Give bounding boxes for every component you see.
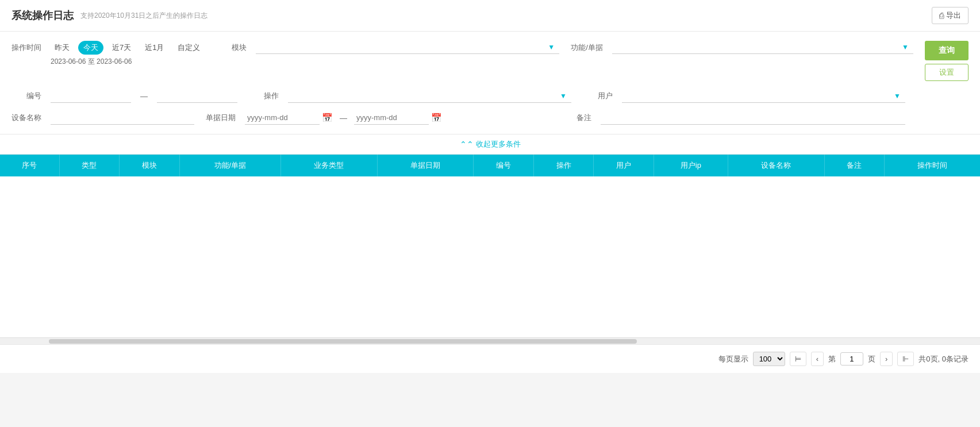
date-range: 2023-06-06 至 2023-06-06	[51, 57, 132, 66]
table-col-类型: 类型	[59, 155, 119, 176]
date-from-input[interactable]	[245, 111, 320, 125]
operation-filter: 操作 ▼	[249, 90, 571, 103]
per-page-select[interactable]: 100 50 200	[753, 352, 785, 366]
table-col-功能/单据: 功能/单据	[179, 155, 280, 176]
page-header: 系统操作日志 支持2020年10月31日之后产生的操作日志 ⎙ 导出	[0, 0, 980, 32]
action-buttons: 查询 设置	[925, 41, 969, 81]
user-dropdown-icon: ▼	[894, 92, 901, 100]
prev-page-button[interactable]: ‹	[811, 352, 824, 366]
table-col-用户: 用户	[594, 155, 654, 176]
page-title: 系统操作日志	[11, 9, 74, 22]
page-input[interactable]	[840, 352, 863, 366]
yesterday-btn[interactable]: 昨天	[49, 41, 75, 55]
calendar-to-icon[interactable]: 📅	[431, 113, 442, 123]
collapse-label: 收起更多条件	[476, 139, 521, 149]
remark-filter: 备注	[562, 111, 906, 125]
collapse-chevron-icon: ⌃⌃	[460, 140, 474, 149]
user-select[interactable]: ▼	[622, 90, 905, 103]
device-input[interactable]	[51, 111, 194, 125]
table-header: 序号类型模块功能/单据业务类型单据日期编号操作用户用户ip设备名称备注操作时间	[0, 155, 980, 176]
date-inputs: 📅 — 📅	[245, 111, 442, 125]
collapse-bar[interactable]: ⌃⌃ 收起更多条件	[0, 134, 980, 155]
next-page-button[interactable]: ›	[880, 352, 893, 366]
module-filter: 模块 ▼	[217, 41, 559, 54]
number-to-input[interactable]	[157, 89, 237, 103]
module-select[interactable]: ▼	[256, 41, 559, 54]
first-page-button[interactable]: ⊨	[790, 352, 806, 366]
page-label: 第	[828, 354, 836, 364]
settings-button[interactable]: 设置	[925, 64, 969, 81]
time-label: 操作时间	[11, 43, 46, 53]
today-btn[interactable]: 今天	[78, 41, 103, 55]
operation-select[interactable]: ▼	[288, 90, 571, 103]
data-table: 序号类型模块功能/单据业务类型单据日期编号操作用户用户ip设备名称备注操作时间	[0, 155, 980, 176]
table-col-操作时间: 操作时间	[884, 155, 980, 176]
table-col-模块: 模块	[120, 155, 179, 176]
table-col-业务类型: 业务类型	[281, 155, 378, 176]
operation-label: 操作	[249, 91, 283, 101]
last7-btn[interactable]: 近7天	[107, 41, 136, 55]
number-filter: 编号 —	[11, 89, 237, 103]
last-page-button[interactable]: ⊩	[897, 352, 914, 366]
time-filter: 操作时间 昨天 今天 近7天 近1月 自定义 2023-06-06 至 2023…	[11, 41, 205, 67]
table-header-row: 序号类型模块功能/单据业务类型单据日期编号操作用户用户ip设备名称备注操作时间	[0, 155, 980, 176]
table-col-设备名称: 设备名称	[728, 155, 824, 176]
func-select[interactable]: ▼	[612, 41, 913, 54]
remark-input[interactable]	[601, 111, 906, 125]
custom-btn[interactable]: 自定义	[172, 41, 205, 55]
scrollbar-area[interactable]	[0, 337, 980, 344]
time-buttons: 昨天 今天 近7天 近1月 自定义	[49, 41, 205, 55]
func-dropdown-icon: ▼	[902, 43, 909, 51]
table-container: 序号类型模块功能/单据业务类型单据日期编号操作用户用户ip设备名称备注操作时间	[0, 155, 980, 337]
query-button[interactable]: 查询	[925, 41, 969, 60]
user-label: 用户	[583, 91, 617, 101]
number-dash: —	[136, 92, 152, 101]
page-subtitle: 支持2020年10月31日之后产生的操作日志	[80, 11, 207, 21]
table-col-备注: 备注	[824, 155, 884, 176]
page-end-label: 页	[868, 354, 875, 364]
operation-dropdown-icon: ▼	[560, 92, 567, 100]
calendar-from-icon[interactable]: 📅	[322, 113, 333, 123]
header-left: 系统操作日志 支持2020年10月31日之后产生的操作日志	[11, 9, 207, 22]
filter-section: 操作时间 昨天 今天 近7天 近1月 自定义 2023-06-06 至 2023…	[0, 32, 980, 134]
export-icon: ⎙	[939, 11, 944, 20]
per-page-label: 每页显示	[718, 354, 748, 364]
module-dropdown-icon: ▼	[548, 43, 555, 51]
table-col-编号: 编号	[474, 155, 533, 176]
module-label: 模块	[217, 43, 251, 53]
remark-label: 备注	[562, 113, 596, 123]
table-col-操作: 操作	[533, 155, 593, 176]
table-col-序号: 序号	[0, 155, 59, 176]
table-col-单据日期: 单据日期	[377, 155, 474, 176]
func-filter: 功能/单据 ▼	[571, 41, 913, 54]
voucher-date-label: 单据日期	[206, 113, 240, 123]
voucher-date-filter: 单据日期 📅 — 📅	[206, 111, 550, 125]
number-from-input[interactable]	[51, 89, 131, 103]
device-label: 设备名称	[11, 113, 46, 123]
scrollbar-thumb	[49, 339, 637, 344]
total-info: 共0页, 0条记录	[918, 354, 969, 364]
empty-data	[0, 176, 980, 337]
export-button[interactable]: ⎙ 导出	[932, 7, 969, 24]
user-filter: 用户 ▼	[583, 90, 905, 103]
last1m-btn[interactable]: 近1月	[140, 41, 169, 55]
date-to-input[interactable]	[354, 111, 429, 125]
number-label: 编号	[11, 91, 46, 101]
func-label: 功能/单据	[571, 43, 608, 53]
table-col-用户ip: 用户ip	[654, 155, 728, 176]
date-dash: —	[335, 114, 352, 122]
pagination-bar: 每页显示 100 50 200 ⊨ ‹ 第 页 › ⊩ 共0页, 0条记录	[0, 344, 980, 373]
device-filter: 设备名称	[11, 111, 194, 125]
export-label: 导出	[946, 10, 961, 21]
